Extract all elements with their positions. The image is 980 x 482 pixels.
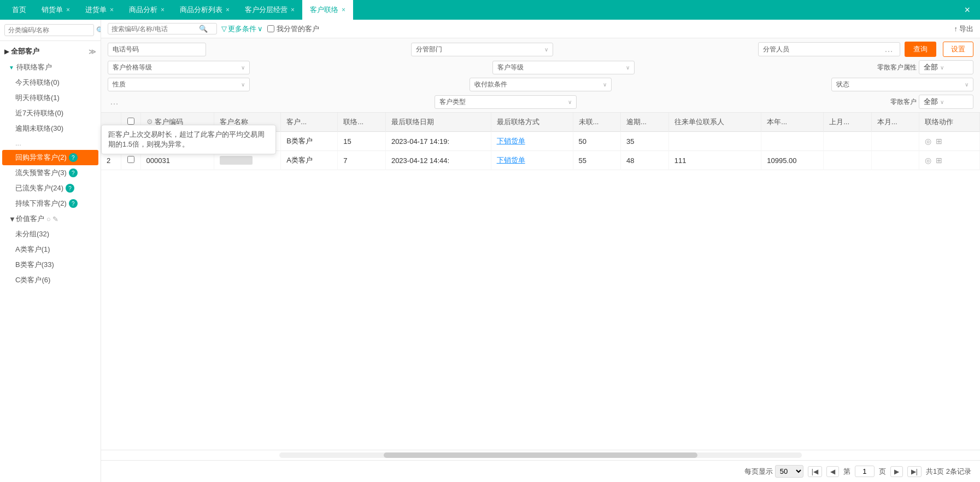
sidebar-item-lost-warning[interactable]: 流失预警客户(3) ? <box>0 165 101 181</box>
collapse-icon: ▶ <box>4 48 9 55</box>
horizontal-scrollbar[interactable] <box>279 452 801 458</box>
retail-attr-select[interactable]: 全部 ∨ <box>919 60 973 74</box>
row-overdue: 35 <box>621 132 669 151</box>
action-more-icon[interactable]: ⊞ <box>936 137 942 146</box>
sidebar-item-repeat-buy[interactable]: 回购异常客户(2) ? <box>2 150 98 165</box>
sidebar-item-c-class[interactable]: C类客户(6) <box>0 272 101 288</box>
page-last-button[interactable]: ▶| <box>907 466 922 477</box>
pending-contact-group[interactable]: ▼ 待联络客户 <box>0 60 101 75</box>
all-customers-section[interactable]: ▶ 全部客户 ≫ <box>0 43 101 60</box>
retail-customer-select[interactable]: 全部 ∨ <box>919 95 973 109</box>
price-level-filter[interactable]: 客户价格等级 ∨ <box>108 61 250 74</box>
col-header-this-month: 本月... <box>871 113 919 132</box>
customer-type-filter[interactable]: 客户类型 ∨ <box>435 95 577 109</box>
col-header-last-method: 最后联络方式 <box>491 113 573 132</box>
nav-purchase-order[interactable]: 进货单 × <box>78 0 121 20</box>
row-checkbox[interactable] <box>127 156 134 163</box>
query-button[interactable]: 查询 <box>905 42 936 57</box>
sidebar-item-ungrouped[interactable]: 未分组(32) <box>0 227 101 242</box>
page-next-button[interactable]: ▶ <box>890 466 903 477</box>
action-more-icon[interactable]: ⊞ <box>936 156 942 165</box>
export-button[interactable]: ↑ 导出 <box>954 24 974 34</box>
customer-level-filter[interactable]: 客户等级 ∨ <box>492 61 635 74</box>
nav-product-analysis[interactable]: 商品分析 × <box>121 0 172 20</box>
filter-icon: ▽ <box>221 25 227 33</box>
sidebar-item-already-lost[interactable]: 已流失客户(24) ? <box>0 181 101 196</box>
manager-dots-icon[interactable]: … <box>882 44 895 54</box>
close-all-tabs-button[interactable]: × <box>959 4 976 16</box>
row4-dots[interactable]: … <box>108 97 121 107</box>
more-conditions-button[interactable]: ▽ 更多条件 ∨ <box>221 24 263 34</box>
page-size-select: 每页显示 20 50 100 200 <box>744 465 803 478</box>
select-all-checkbox[interactable] <box>127 118 134 125</box>
col-header-contact-count: 联络... <box>338 113 386 132</box>
dept-filter[interactable]: 分管部门 ∨ <box>411 43 553 56</box>
repeat-buy-badge: ? <box>69 153 78 162</box>
close-purchase-order-icon[interactable]: × <box>110 6 114 14</box>
close-product-analysis-list-icon[interactable]: × <box>226 6 230 14</box>
filter-search-icon[interactable]: 🔍 <box>199 25 208 33</box>
sidebar-item-overdue[interactable]: 逾期未联络(30) <box>0 121 101 136</box>
phone-filter[interactable]: 电话号码 <box>108 43 206 56</box>
page-first-button[interactable]: |◀ <box>808 466 822 477</box>
sidebar-item-7days[interactable]: 近7天待联络(0) <box>0 106 101 121</box>
manager-filter[interactable]: 分管人员 … <box>758 42 900 56</box>
close-customer-tier-icon[interactable]: × <box>291 6 295 14</box>
row-contact-count: 15 <box>338 132 386 151</box>
sidebar-item-declining[interactable]: 持续下滑客户(2) ? <box>0 196 101 211</box>
row-last-month <box>824 132 872 151</box>
nav-customer-tier[interactable]: 客户分层经营 × <box>237 0 302 20</box>
sidebar-search-input[interactable] <box>4 24 94 36</box>
row-last-month <box>824 151 872 170</box>
scrollbar-thumb[interactable] <box>384 452 697 458</box>
value-customer-group[interactable]: ▼ 价值客户 ○ ✎ <box>0 211 101 227</box>
page-prev-button[interactable]: ◀ <box>826 466 839 477</box>
filter-search-input[interactable] <box>112 25 199 33</box>
close-customer-contact-icon[interactable]: × <box>342 6 345 14</box>
nav-sales-order[interactable]: 销货单 × <box>34 0 78 20</box>
set-button[interactable]: 设置 <box>943 42 973 57</box>
nav-customer-contact[interactable]: 客户联络 × <box>302 0 353 20</box>
my-customer-checkbox[interactable] <box>267 25 274 32</box>
action-contact-icon[interactable]: ◎ <box>925 137 931 146</box>
nav-home[interactable]: 首页 <box>4 0 34 20</box>
retail-attr-caret-icon: ∨ <box>940 65 944 71</box>
close-sales-order-icon[interactable]: × <box>66 6 70 14</box>
adv-filter-row-2: 客户价格等级 ∨ 客户等级 ∨ 零散客户属性 全部 ∨ <box>108 60 973 74</box>
page-number-input[interactable] <box>855 466 875 477</box>
col-header-overdue: 逾期... <box>621 113 669 132</box>
per-page-select[interactable]: 20 50 100 200 <box>775 465 803 478</box>
last-method-link[interactable]: 下销货单 <box>497 156 525 164</box>
col-header-class: 客户... <box>281 113 338 132</box>
sidebar-item-b-class[interactable]: B类客户(33) <box>0 257 101 272</box>
gender-filter[interactable]: 性质 ∨ <box>108 78 250 91</box>
action-contact-icon[interactable]: ◎ <box>925 156 931 165</box>
sidebar-search-icon[interactable]: 🔍 <box>96 26 101 34</box>
table-wrap: ⚙ 客户编码 客户名称 客户... 联络... 最后 <box>101 113 980 450</box>
chevron-down-icon: ∨ <box>257 25 263 33</box>
sidebar-expand-icon[interactable]: ≫ <box>89 48 96 56</box>
row-last-date: 2023-04-12 14:44: <box>385 151 491 170</box>
gender-caret-icon: ∨ <box>241 82 245 88</box>
advanced-filter: 电话号码 分管部门 ∨ 分管人员 … 查询 设置 客户价格等级 <box>101 38 980 113</box>
sidebar-item-tomorrow[interactable]: 明天待联络(1) <box>0 90 101 106</box>
price-level-caret-icon: ∨ <box>241 65 245 71</box>
row-class: B类客户 <box>281 132 338 151</box>
last-method-link[interactable]: 下销货单 <box>497 137 525 145</box>
payment-filter[interactable]: 收付款条件 ∨ <box>470 78 612 91</box>
payment-caret-icon: ∨ <box>603 82 607 88</box>
filter-search-wrap: 🔍 <box>108 23 217 34</box>
export-icon: ↑ <box>954 25 958 33</box>
close-product-analysis-icon[interactable]: × <box>161 6 165 14</box>
sidebar-item-today[interactable]: 今天待联络(0) <box>0 75 101 90</box>
status-filter[interactable]: 状态 ∨ <box>831 78 973 91</box>
nav-product-analysis-list[interactable]: 商品分析列表 × <box>172 0 237 20</box>
pagination-bar: 每页显示 20 50 100 200 |◀ ◀ 第 页 ▶ ▶| 共1页 2条记… <box>101 460 980 482</box>
row-actions: ◎ ⊞ <box>919 132 980 151</box>
sidebar-item-more[interactable]: ... <box>0 136 101 150</box>
total-records-label: 共1页 2条记录 <box>926 467 971 477</box>
sidebar-search-area: 🔍 <box>0 20 101 41</box>
filter-bar: 🔍 ▽ 更多条件 ∨ 我分管的客户 ↑ 导出 <box>101 20 980 38</box>
row-last-method: 下销货单 <box>491 132 573 151</box>
sidebar-item-a-class[interactable]: A类客户(1) <box>0 242 101 257</box>
